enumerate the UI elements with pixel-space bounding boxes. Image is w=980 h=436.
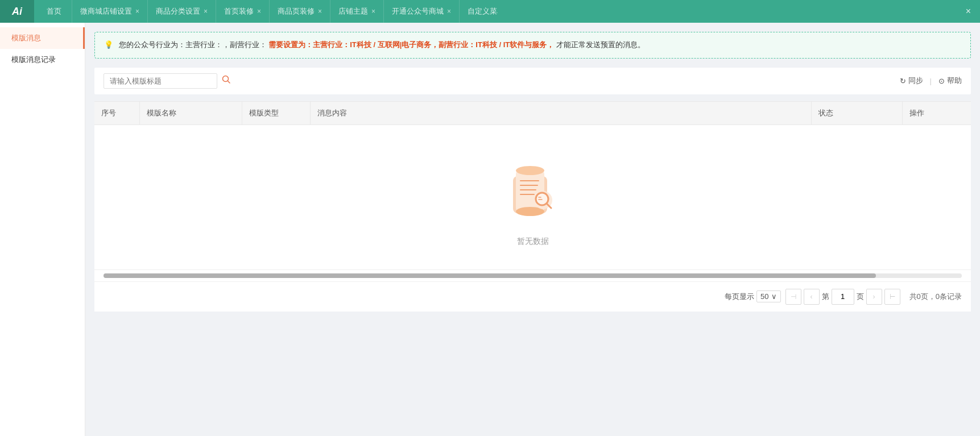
app-brand: Ai bbox=[0, 0, 34, 23]
sync-icon: ↻ bbox=[900, 77, 906, 85]
search-bar: ↻ 同步 | ⊙ 帮助 bbox=[94, 68, 971, 94]
empty-text: 暂无数据 bbox=[517, 236, 549, 247]
page-navigation: ⊣ ‹ 第 页 › ⊢ bbox=[785, 289, 900, 305]
scrollbar-track[interactable] bbox=[104, 273, 962, 278]
nav-tab-custom-menu[interactable]: 自定义菜单× bbox=[460, 0, 498, 23]
table-column-header: 操作 bbox=[903, 102, 971, 124]
prev-page-button[interactable]: ‹ bbox=[804, 289, 820, 305]
page-total: 共0页，0条记录 bbox=[909, 292, 962, 302]
table-column-header: 模版类型 bbox=[242, 102, 311, 124]
page-size-select: 每页显示 50 ∨ bbox=[725, 290, 780, 302]
pagination-bar: 每页显示 50 ∨ ⊣ ‹ 第 页 › ⊢ 共0页，0条记录 bbox=[94, 281, 971, 312]
page-word2: 页 bbox=[857, 292, 864, 302]
nav-tab-category-settings[interactable]: 商品分类设置× bbox=[148, 0, 216, 23]
close-tab-icon[interactable]: × bbox=[318, 8, 322, 15]
template-table: 序号模版名称模版类型消息内容状态操作 bbox=[94, 101, 971, 312]
nav-tab-label: 店铺主题 bbox=[338, 6, 368, 16]
first-page-button[interactable]: ⊣ bbox=[785, 289, 801, 305]
nav-tab-label: 首页装修 bbox=[224, 6, 254, 16]
sidebar-item-template-records[interactable]: 模版消息记录 bbox=[0, 49, 85, 70]
help-button[interactable]: ⊙ 帮助 bbox=[938, 76, 962, 86]
sync-label: 同步 bbox=[908, 76, 923, 86]
empty-illustration bbox=[499, 159, 567, 227]
page-size-value: 50 bbox=[760, 292, 768, 301]
help-label: 帮助 bbox=[947, 76, 962, 86]
nav-tab-label: 微商城店铺设置 bbox=[80, 6, 132, 16]
table-header: 序号模版名称模版类型消息内容状态操作 bbox=[94, 101, 971, 125]
table-column-header: 状态 bbox=[812, 102, 903, 124]
page-size-dropdown[interactable]: 50 ∨ bbox=[756, 290, 780, 302]
current-page-input[interactable] bbox=[832, 289, 854, 305]
search-right: ↻ 同步 | ⊙ 帮助 bbox=[900, 76, 962, 86]
nav-tab-product-decor[interactable]: 商品页装修× bbox=[270, 0, 330, 23]
close-all-tabs-button[interactable]: × bbox=[959, 6, 978, 16]
nav-tab-label: 自定义菜单 bbox=[468, 6, 498, 16]
notice-banner: 💡 您的公众号行业为：主营行业：，副营行业： 需要设置为：主营行业：IT科技 /… bbox=[94, 32, 971, 59]
nav-tab-label: 商品页装修 bbox=[278, 6, 315, 16]
page-size-label: 每页显示 bbox=[725, 292, 754, 302]
table-column-header: 模版名称 bbox=[140, 102, 242, 124]
notice-suffix: 才能正常发送预置的消息。 bbox=[556, 40, 645, 49]
nav-tab-home[interactable]: 首页 bbox=[36, 0, 72, 23]
svg-point-5 bbox=[516, 166, 544, 175]
close-tab-icon[interactable]: × bbox=[371, 8, 375, 15]
notice-highlight: 需要设置为：主营行业：IT科技 / 互联网|电子商务，副营行业：IT科技 / I… bbox=[268, 40, 554, 49]
next-page-button[interactable]: › bbox=[866, 289, 882, 305]
empty-state: 暂无数据 bbox=[94, 125, 971, 269]
divider: | bbox=[930, 77, 932, 85]
nav-tab-label: 首页 bbox=[47, 6, 61, 16]
search-icon bbox=[222, 75, 231, 84]
lightbulb-icon: 💡 bbox=[104, 40, 113, 49]
scrollbar-area bbox=[94, 269, 971, 281]
close-tab-icon[interactable]: × bbox=[204, 8, 208, 15]
search-left bbox=[104, 73, 231, 89]
content-area: 💡 您的公众号行业为：主营行业：，副营行业： 需要设置为：主营行业：IT科技 /… bbox=[85, 23, 980, 436]
help-icon: ⊙ bbox=[938, 77, 945, 85]
notice-prefix: 您的公众号行业为：主营行业：，副营行业： bbox=[119, 40, 267, 49]
search-input[interactable] bbox=[104, 73, 217, 89]
nav-tab-shop-theme[interactable]: 店铺主题× bbox=[330, 0, 384, 23]
scrollbar-thumb bbox=[104, 273, 876, 278]
sidebar: 模版消息模版消息记录 bbox=[0, 23, 85, 436]
close-tab-icon[interactable]: × bbox=[257, 8, 261, 15]
sync-button[interactable]: ↻ 同步 bbox=[900, 76, 923, 86]
search-button[interactable] bbox=[222, 75, 231, 86]
nav-tab-label: 开通公众号商城 bbox=[392, 6, 444, 16]
last-page-button[interactable]: ⊢ bbox=[884, 289, 900, 305]
nav-tab-open-mall[interactable]: 开通公众号商城× bbox=[384, 0, 460, 23]
nav-tab-shop-settings[interactable]: 微商城店铺设置× bbox=[72, 0, 148, 23]
page-word: 第 bbox=[822, 292, 829, 302]
chevron-down-icon: ∨ bbox=[771, 292, 777, 301]
svg-line-1 bbox=[228, 81, 230, 84]
table-column-header: 序号 bbox=[94, 102, 140, 124]
sidebar-item-template-msg[interactable]: 模版消息 bbox=[0, 27, 85, 49]
close-tab-icon[interactable]: × bbox=[447, 8, 451, 15]
close-tab-icon[interactable]: × bbox=[135, 8, 139, 15]
nav-tab-homepage-decor[interactable]: 首页装修× bbox=[216, 0, 270, 23]
table-column-header: 消息内容 bbox=[311, 102, 812, 124]
nav-tab-label: 商品分类设置 bbox=[156, 6, 200, 16]
